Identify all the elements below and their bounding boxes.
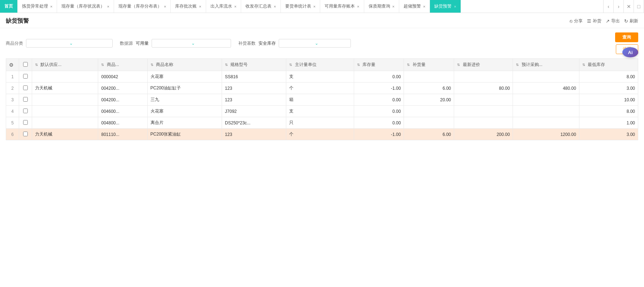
row-latest-price-4 (454, 117, 513, 129)
row-product-name-4: 离合片 (147, 117, 222, 129)
filter-row: 商品分类 ⌄ 数据源 可用量 ⌄ 补货基数 安全库存 ⌄ 查询 设置 (0, 28, 644, 58)
row-select-3[interactable] (23, 109, 28, 113)
tab-close-all-btn[interactable]: ✕ (624, 0, 634, 13)
row-stock-2: 0.00 (354, 94, 404, 106)
tab-inventory-status-label: 现存量（库存状况表） (61, 3, 105, 9)
tab-available-ledger-close[interactable]: × (357, 4, 359, 9)
row-product-code-3: 004600... (98, 106, 147, 117)
share-icon: ⎋ (570, 18, 573, 24)
stock-col-header[interactable]: ⇅ 库存量 (354, 59, 404, 71)
spec-col-header[interactable]: ⇅ 规格型号 (222, 59, 286, 71)
tab-inventory-dist-close[interactable]: × (164, 4, 166, 9)
replenish-qty-col-header[interactable]: ⇅ 补货量 (404, 59, 454, 71)
tab-inventory-dist-label: 现存量（库存分布表） (118, 3, 162, 9)
table-row: 2 力天机械 004200... PC200油缸缸子 123 个 -1.00 6… (6, 83, 638, 94)
share-label: 分享 (574, 18, 583, 24)
unit-col-header[interactable]: ⇅ 主计量单位 (286, 59, 354, 71)
tab-batch[interactable]: 库存批次账 × (171, 0, 206, 13)
replenish-base-select[interactable]: ⌄ (279, 39, 351, 48)
page-title: 缺货预警 (6, 17, 570, 25)
row-est-purchase-5: 1200.00 (513, 129, 579, 140)
row-select-1[interactable] (23, 85, 28, 90)
tab-next-btn[interactable]: › (614, 0, 624, 13)
tab-order-stats[interactable]: 要货单统计表 × (281, 0, 320, 13)
category-select[interactable]: ⌄ (26, 39, 113, 48)
share-button[interactable]: ⎋ 分享 (570, 18, 583, 24)
latest-price-sort-icon: ⇅ (457, 63, 460, 67)
product-code-col-header[interactable]: ⇅ 商品... (98, 59, 147, 71)
query-button[interactable]: 查询 (615, 32, 638, 42)
row-product-code-2: 004200... (98, 94, 147, 106)
tab-exception[interactable]: 拣货异常处理 × (18, 0, 57, 13)
table-row: 6 力天机械 801110... PC200张紧油缸 123 个 -1.00 6… (6, 129, 638, 140)
latest-price-col-header[interactable]: ⇅ 最新进价 (454, 59, 513, 71)
select-all-checkbox[interactable] (23, 62, 28, 67)
page-header: 缺货预警 ⎋ 分享 ☰ 补货 ↗ 导出 ↻ 刷新 (0, 13, 644, 28)
row-product-code-4: 004800... (98, 117, 147, 129)
datasource-select[interactable]: ⌄ (152, 39, 231, 48)
tab-exception-close[interactable]: × (50, 4, 52, 9)
tab-prev-btn[interactable]: ‹ (604, 0, 614, 13)
tab-inventory-dist[interactable]: 现存量（库存分布表） × (114, 0, 171, 13)
row-checkbox-1 (19, 83, 32, 94)
refresh-button[interactable]: ↻ 刷新 (624, 18, 638, 24)
row-replenish-qty-5: 6.00 (404, 129, 454, 140)
tab-expiry-label: 保质期查询 (369, 3, 390, 9)
min-stock-col-header[interactable]: ⇅ 最低库存 (579, 59, 638, 71)
row-replenish-qty-2: 20.00 (404, 94, 454, 106)
tab-home-label: 首页 (4, 3, 13, 9)
row-no-cell-2: 3 (6, 94, 19, 106)
row-min-stock-0: 8.00 (579, 71, 638, 83)
tab-expiry[interactable]: 保质期查询 × (364, 0, 399, 13)
tab-batch-close[interactable]: × (199, 4, 201, 9)
row-product-name-3: 火花塞 (147, 106, 222, 117)
ai-badge[interactable]: Ai (622, 47, 638, 57)
tab-shortage-close[interactable]: × (454, 4, 456, 9)
row-supplier-4 (32, 117, 98, 129)
refresh-label: 刷新 (630, 18, 638, 24)
header-actions: ⎋ 分享 ☰ 补货 ↗ 导出 ↻ 刷新 (570, 18, 638, 24)
row-select-4[interactable] (23, 120, 28, 125)
export-icon: ↗ (606, 18, 610, 24)
tab-order-stats-close[interactable]: × (313, 4, 316, 9)
row-unit-2: 箱 (286, 94, 354, 106)
row-no-cell-5: 6 (6, 129, 19, 140)
table-container: ⚙ ⇅ 默认供应... ⇅ 商品... ⇅ 商品名称 (0, 58, 644, 146)
tab-inout-flow[interactable]: 出入库流水 × (206, 0, 241, 13)
column-settings-icon[interactable]: ⚙ (9, 62, 14, 68)
row-replenish-qty-0 (404, 71, 454, 83)
tab-inout-flow-close[interactable]: × (234, 4, 236, 9)
row-supplier-3 (32, 106, 98, 117)
product-name-col-header[interactable]: ⇅ 商品名称 (147, 59, 222, 71)
main-content: 缺货预警 ⎋ 分享 ☰ 补货 ↗ 导出 ↻ 刷新 商品分类 (0, 13, 644, 287)
row-product-name-5: PC200张紧油缸 (147, 129, 222, 140)
row-select-0[interactable] (23, 74, 28, 79)
est-purchase-col-header[interactable]: ⇅ 预计采购... (513, 59, 579, 71)
replenish-button[interactable]: ☰ 补货 (587, 18, 601, 24)
row-unit-0: 支 (286, 71, 354, 83)
replenish-base-arrow-icon: ⌄ (315, 41, 348, 46)
row-est-purchase-3 (513, 106, 579, 117)
row-select-2[interactable] (23, 97, 28, 102)
row-unit-1: 个 (286, 83, 354, 94)
tab-expiry-close[interactable]: × (392, 4, 395, 9)
category-filter-group: 商品分类 ⌄ (6, 39, 113, 48)
tab-shortage[interactable]: 缺货预警 × (430, 0, 461, 13)
datasource-filter-group: 数据源 可用量 ⌄ (120, 39, 231, 48)
row-select-5[interactable] (23, 132, 28, 136)
tab-overstock-close[interactable]: × (423, 4, 425, 9)
row-supplier-0 (32, 71, 98, 83)
tab-expand-btn[interactable]: □ (634, 0, 644, 13)
supplier-col-header[interactable]: ⇅ 默认供应... (32, 59, 98, 71)
export-label: 导出 (611, 18, 620, 24)
tab-available-ledger[interactable]: 可用量库存账本 × (320, 0, 364, 13)
export-button[interactable]: ↗ 导出 (606, 18, 620, 24)
tab-overstock[interactable]: 超储预警 × (399, 0, 430, 13)
row-est-purchase-1: 480.00 (513, 83, 579, 94)
tab-inventory-status[interactable]: 现存量（库存状况表） × (57, 0, 114, 13)
tab-inventory-status-close[interactable]: × (107, 4, 109, 9)
datasource-value: 可用量 (136, 40, 149, 47)
tab-home[interactable]: 首页 (0, 0, 18, 13)
tab-recv-summary-close[interactable]: × (274, 4, 276, 9)
tab-recv-summary[interactable]: 收发存汇总表 × (241, 0, 280, 13)
